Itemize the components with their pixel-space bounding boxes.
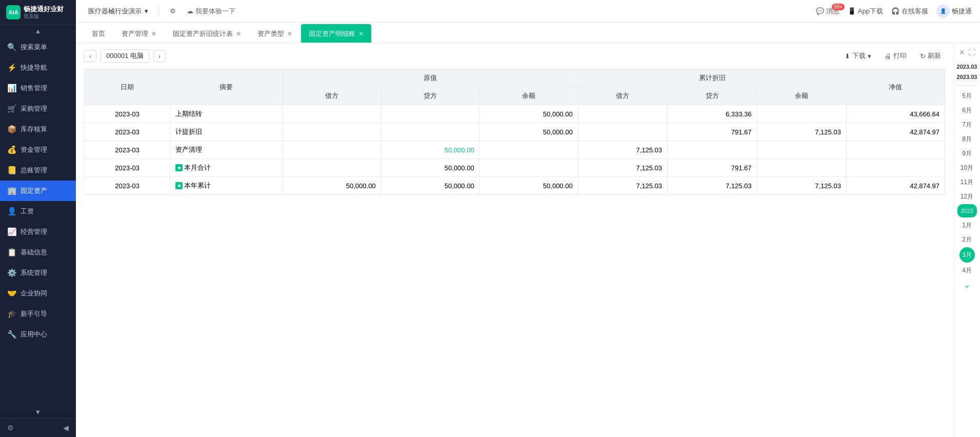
- sidebar-item-newbie[interactable]: 🎓 新手引导: [0, 304, 76, 324]
- sidebar-item-search[interactable]: 🔍 搜索菜单: [0, 37, 76, 57]
- user-menu[interactable]: 👤 畅捷通: [936, 5, 972, 18]
- cell-ad-debit: [578, 105, 667, 123]
- th-accumulated-depreciation: 累计折旧: [578, 69, 846, 87]
- sidebar-label-fixed-asset: 固定资产: [21, 186, 47, 195]
- tab-asset-type-close[interactable]: ✕: [287, 30, 292, 37]
- panel-expand-button[interactable]: ⛶: [967, 47, 977, 57]
- sidebar-scroll-up[interactable]: ▲: [0, 25, 76, 37]
- sidebar-footer: ⚙ ◀: [0, 418, 76, 437]
- year-2023-marker[interactable]: 2023: [957, 204, 977, 217]
- cell-date: 2023-03: [85, 141, 170, 159]
- cell-ad-balance: [757, 141, 846, 159]
- sidebar-item-system[interactable]: ⚙️ 系统管理: [0, 263, 76, 283]
- sidebar-collapse-button[interactable]: ◀: [63, 424, 69, 432]
- sidebar-item-ledger[interactable]: 📒 总账管理: [0, 160, 76, 181]
- sidebar-scroll-down[interactable]: ▼: [0, 406, 76, 418]
- sidebar-logo: AtA 畅捷通好业财 普及版: [0, 0, 76, 25]
- sidebar-item-operation[interactable]: 📈 经营管理: [0, 222, 76, 242]
- sidebar-item-fund[interactable]: 💰 资金管理: [0, 140, 76, 160]
- prev-asset-button[interactable]: ‹: [84, 50, 96, 62]
- month-item-5[interactable]: 5月: [958, 89, 976, 103]
- tab-asset-type-label: 资产类型: [257, 29, 284, 38]
- tab-asset-type[interactable]: 资产类型 ✕: [250, 24, 300, 43]
- tab-home[interactable]: 首页: [84, 24, 113, 43]
- company-selector[interactable]: 医疗器械行业演示 ▾: [84, 5, 152, 18]
- month-item-7[interactable]: 7月: [958, 118, 976, 131]
- month-item-10[interactable]: 10月: [958, 161, 976, 174]
- cell-ad-credit: 7,125.03: [668, 177, 757, 195]
- sales-icon: 📊: [7, 84, 16, 93]
- asset-code: 000001 电脑: [101, 49, 149, 63]
- cell-ov-balance: [479, 159, 578, 177]
- experience-icon: ☁: [187, 7, 193, 15]
- month-item-3-active[interactable]: 3月: [959, 247, 975, 263]
- purchase-icon: 🛒: [7, 104, 16, 113]
- cell-summary: ■ 本年累计: [170, 177, 283, 195]
- cell-ad-debit: [578, 123, 667, 141]
- panel-down-arrow[interactable]: ⌄: [958, 278, 976, 291]
- th-ad-balance: 余额: [757, 87, 846, 105]
- month-item-12[interactable]: 12月: [958, 190, 976, 203]
- action-buttons: ⬇ 下载 ▾ 🖨 打印 ↻ 刷新: [841, 49, 945, 63]
- cell-ov-credit: 50,000.00: [381, 159, 479, 177]
- customer-service-label: 在线客服: [902, 7, 928, 16]
- table-row: 2023-03 ■ 本月合计 50,000.00 7,125.03: [85, 159, 945, 177]
- download-button[interactable]: ⬇ 下载 ▾: [841, 49, 875, 63]
- cell-ov-debit: [283, 159, 381, 177]
- sidebar-item-app-center[interactable]: 🔧 应用中心: [0, 324, 76, 345]
- sidebar-item-purchase[interactable]: 🛒 采购管理: [0, 98, 76, 119]
- toolbar-row: ‹ 000001 电脑 › ⬇ 下载 ▾ 🖨 打印 ↻: [84, 49, 945, 63]
- month-item-6[interactable]: 6月: [958, 104, 976, 117]
- panel-close-button[interactable]: ✕: [957, 47, 967, 57]
- customer-service-button[interactable]: 🎧 在线客服: [891, 7, 928, 16]
- experience-button[interactable]: ☁ 我要体验一下: [187, 7, 235, 16]
- month-item-8[interactable]: 8月: [958, 132, 976, 146]
- cell-ov-credit: 50,000.00: [381, 141, 479, 159]
- inventory-icon: 📦: [7, 125, 16, 134]
- ledger-icon: 📒: [7, 166, 16, 175]
- sidebar-item-quick-nav[interactable]: ⚡ 快捷导航: [0, 57, 76, 78]
- sidebar-settings-button[interactable]: ⚙: [7, 424, 14, 432]
- app-download-icon: 📱: [848, 7, 856, 15]
- month-item-4[interactable]: 4月: [958, 264, 976, 277]
- month-item-11[interactable]: 11月: [958, 175, 976, 189]
- sidebar-item-inventory[interactable]: 📦 库存核算: [0, 119, 76, 140]
- tab-asset-mgmt[interactable]: 资产管理 ✕: [114, 24, 164, 43]
- customer-service-icon: 🎧: [891, 7, 899, 15]
- app-download-button[interactable]: 📱 App下载: [848, 7, 883, 16]
- sidebar-label-corp-collab: 企业协同: [21, 289, 47, 298]
- sidebar-label-sales: 销售管理: [21, 84, 47, 93]
- month-item-1[interactable]: 1月: [958, 218, 976, 232]
- sidebar-label-inventory: 库存核算: [21, 125, 47, 134]
- experience-label: 我要体验一下: [195, 7, 235, 16]
- next-asset-button[interactable]: ›: [153, 50, 166, 62]
- sidebar-item-sales[interactable]: 📊 销售管理: [0, 78, 76, 98]
- right-panel: ✕ ⛶ 2023.03 2023.03 5月 6月 7月 8月 9月 10月 1…: [953, 43, 980, 437]
- tab-asset-detail-ledger-close[interactable]: ✕: [358, 30, 364, 37]
- company-name: 医疗器械行业演示: [88, 7, 142, 16]
- tag-icon: ■: [175, 164, 183, 171]
- sidebar-item-salary[interactable]: 👤 工资: [0, 201, 76, 222]
- cell-ov-debit: [283, 105, 381, 123]
- settings-button[interactable]: ⚙: [165, 4, 181, 19]
- avatar: 👤: [936, 5, 950, 18]
- tab-depreciation-stats-close[interactable]: ✕: [236, 30, 241, 37]
- refresh-button[interactable]: ↻ 刷新: [916, 49, 945, 63]
- table-row: 2023-03 上期结转 50,000.00 6,333.36 43,666.6…: [85, 105, 945, 123]
- summary-text: 本年累计: [184, 181, 211, 190]
- company-dropdown-icon: ▾: [145, 7, 148, 15]
- sidebar-item-corp-collab[interactable]: 🤝 企业协同: [0, 283, 76, 304]
- tab-depreciation-stats[interactable]: 固定资产折旧统计表 ✕: [165, 24, 249, 43]
- fixed-asset-icon: 🏢: [7, 186, 16, 195]
- print-button[interactable]: 🖨 打印: [881, 49, 911, 63]
- tab-asset-mgmt-close[interactable]: ✕: [151, 30, 156, 37]
- cell-net-value: 43,666.64: [846, 105, 945, 123]
- month-item-9[interactable]: 9月: [958, 147, 976, 160]
- messages-button[interactable]: 💬 消息 99+: [816, 7, 839, 16]
- month-item-2[interactable]: 2月: [958, 233, 976, 246]
- sidebar-item-basic-info[interactable]: 📋 基础信息: [0, 242, 76, 263]
- cell-ov-balance: 50,000.00: [479, 123, 578, 141]
- sidebar-item-fixed-asset[interactable]: 🏢 固定资产: [0, 181, 76, 201]
- asset-detail-table: 日期 摘要 原值 累计折旧 净值 借方 贷方 余额 借方 贷方 余额: [84, 69, 945, 195]
- tab-asset-detail-ledger[interactable]: 固定资产明细账 ✕: [301, 24, 371, 43]
